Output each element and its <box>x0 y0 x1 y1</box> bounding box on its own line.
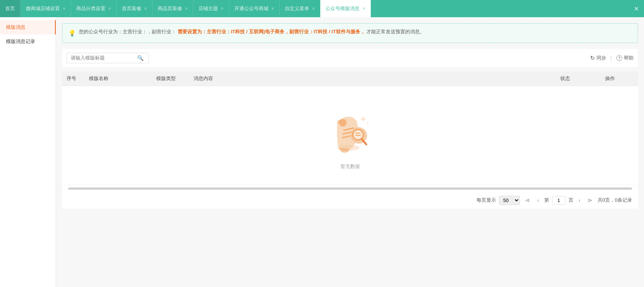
col-type: 模版类型 <box>152 71 189 86</box>
sidebar-item-template-msg-log[interactable]: 模版消息记录 <box>0 34 56 49</box>
sync-button[interactable]: ↻ 同步 <box>590 55 606 61</box>
search-button[interactable]: 🔍 <box>134 53 147 63</box>
notice-prefix: 您的公众号行业为：主营行业：，副营行业： <box>79 29 176 34</box>
nav-tab-custom-menu-label: 自定义菜单 <box>285 5 309 12</box>
sidebar-item-template-msg[interactable]: 模版消息 <box>0 20 56 34</box>
sidebar: 模版消息 模版消息记录 <box>0 17 56 287</box>
search-input[interactable] <box>67 53 134 62</box>
help-button[interactable]: ? 帮助 <box>616 55 634 61</box>
notice-box: 💡 您的公众号行业为：主营行业：，副营行业： 需要设置为：主营行业：IT科技 /… <box>62 23 638 43</box>
page-size-label: 每页显示 <box>477 197 496 204</box>
nav-tab-home[interactable]: 首页 <box>0 0 21 17</box>
page-suffix-label: 页 <box>568 197 573 204</box>
close-home-decor-icon[interactable]: × <box>144 6 147 11</box>
content-area: 💡 您的公众号行业为：主营行业：，副营行业： 需要设置为：主营行业：IT科技 /… <box>56 17 644 287</box>
notice-bulb-icon: 💡 <box>68 28 76 38</box>
col-content: 消息内容 <box>189 71 556 86</box>
nav-tab-product-category-label: 商品分类设置 <box>76 5 105 12</box>
nav-tab-template-msg[interactable]: 公众号模版消息 × <box>320 0 371 17</box>
nav-tab-product-decor[interactable]: 商品页装修 × <box>152 0 193 17</box>
close-all-button[interactable]: ✕ <box>629 5 644 12</box>
total-label: 共0页，0条记录 <box>598 197 632 204</box>
last-page-button[interactable]: ⊳ <box>586 196 595 204</box>
close-open-mall-icon[interactable]: × <box>271 6 274 11</box>
page-prefix-label: 第 <box>544 197 549 204</box>
sidebar-item-template-msg-label: 模版消息 <box>6 24 25 30</box>
sidebar-item-template-msg-log-label: 模版消息记录 <box>6 39 35 44</box>
data-table-wrapper: 序号 模版名称 模版类型 消息内容 状态 操作 <box>62 71 638 209</box>
toolbar-right: ↻ 同步 | ? 帮助 <box>590 55 634 61</box>
main-layout: 模版消息 模版消息记录 💡 您的公众号行业为：主营行业：，副营行业： 需要设置为… <box>0 17 644 287</box>
nav-tab-home-decor[interactable]: 首页装修 × <box>117 0 152 17</box>
scroll-track <box>62 185 638 192</box>
table-header-row: 序号 模版名称 模版类型 消息内容 状态 操作 <box>62 71 638 86</box>
notice-text: 您的公众号行业为：主营行业：，副营行业： 需要设置为：主营行业：IT科技 / 互… <box>79 28 425 36</box>
data-table: 序号 模版名称 模版类型 消息内容 状态 操作 <box>62 71 638 185</box>
nav-tab-wechat-shop-label: 微商城店铺设置 <box>26 5 60 12</box>
prev-page-button[interactable]: ‹ <box>535 196 541 204</box>
nav-tab-open-mall[interactable]: 开通公众号商城 × <box>229 0 280 17</box>
nav-tab-home-decor-label: 首页装修 <box>122 5 141 12</box>
nav-tab-template-msg-label: 公众号模版消息 <box>326 5 360 12</box>
horizontal-scrollbar[interactable] <box>68 187 632 190</box>
col-index: 序号 <box>62 71 84 86</box>
help-label: 帮助 <box>624 55 634 61</box>
table-header: 序号 模版名称 模版类型 消息内容 状态 操作 <box>62 71 638 86</box>
close-product-category-icon[interactable]: × <box>108 6 111 11</box>
sync-label: 同步 <box>597 55 606 61</box>
empty-text: 暂无数据 <box>341 163 360 170</box>
nav-tab-shop-theme[interactable]: 店铺主题 × <box>193 0 229 17</box>
notice-highlight: 需要设置为：主营行业：IT科技 / 互联网|电子商务，副营行业：IT科技 / I… <box>178 29 365 34</box>
next-page-button[interactable]: › <box>576 196 583 204</box>
empty-illustration <box>326 109 375 157</box>
empty-state: 暂无数据 <box>62 86 638 185</box>
page-size-select[interactable]: 50 10 20 100 <box>499 196 520 205</box>
nav-tab-home-label: 首页 <box>5 5 15 12</box>
search-icon: 🔍 <box>137 55 144 61</box>
nav-tab-custom-menu[interactable]: 自定义菜单 × <box>280 0 320 17</box>
table-body: 暂无数据 <box>62 86 638 185</box>
notice-suffix: 才能正常发送预置的消息。 <box>366 29 425 34</box>
page-number-input[interactable] <box>552 196 566 205</box>
search-input-wrapper: 🔍 <box>67 53 149 63</box>
pagination: 每页显示 50 10 20 100 ⊲ ‹ 第 页 › ⊳ 共0页，0条记录 <box>62 192 638 209</box>
empty-row: 暂无数据 <box>62 86 638 185</box>
nav-tab-product-category[interactable]: 商品分类设置 × <box>71 0 117 17</box>
close-custom-menu-icon[interactable]: × <box>312 6 315 11</box>
close-wechat-shop-icon[interactable]: × <box>63 6 65 11</box>
top-nav: 首页 微商城店铺设置 × 商品分类设置 × 首页装修 × 商品页装修 × 店铺主… <box>0 0 644 17</box>
nav-tab-wechat-shop[interactable]: 微商城店铺设置 × <box>21 0 71 17</box>
col-status: 状态 <box>556 71 601 86</box>
close-shop-theme-icon[interactable]: × <box>221 6 224 11</box>
nav-tab-open-mall-label: 开通公众号商城 <box>234 5 268 12</box>
close-template-msg-icon[interactable]: × <box>363 6 365 11</box>
nav-tab-product-decor-label: 商品页装修 <box>158 5 182 12</box>
first-page-button[interactable]: ⊲ <box>523 196 532 204</box>
help-circle-icon: ? <box>616 55 622 61</box>
divider: | <box>611 55 612 61</box>
col-name: 模版名称 <box>84 71 152 86</box>
nav-tab-shop-theme-label: 店铺主题 <box>198 5 218 12</box>
search-bar: 🔍 ↻ 同步 | ? 帮助 <box>62 49 638 67</box>
col-action: 操作 <box>601 71 638 86</box>
close-product-decor-icon[interactable]: × <box>185 6 188 11</box>
sync-icon: ↻ <box>590 55 595 61</box>
